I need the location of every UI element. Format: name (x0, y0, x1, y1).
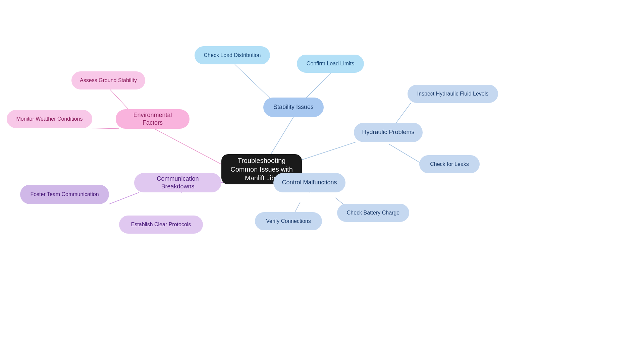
svg-line-6 (154, 129, 221, 164)
check-for-leaks-node: Check for Leaks (419, 155, 480, 173)
inspect-hydraulic-fluid-levels-node: Inspect Hydraulic Fluid Levels (408, 85, 498, 103)
svg-line-5 (389, 144, 423, 164)
communication-breakdowns-node: Communication Breakdowns (134, 173, 221, 192)
foster-team-communication-node: Foster Team Communication (20, 185, 109, 204)
establish-clear-protocols-node: Establish Clear Protocols (119, 216, 203, 234)
svg-line-8 (92, 128, 119, 129)
control-malfunctions-node: Control Malfunctions (273, 173, 345, 192)
confirm-load-limits-node: Confirm Load Limits (297, 55, 364, 73)
monitor-weather-conditions-node: Monitor Weather Conditions (7, 110, 92, 128)
environmental-factors-node: Environmental Factors (116, 109, 190, 129)
assess-ground-stability-node: Assess Ground Stability (71, 71, 145, 89)
check-battery-charge-node: Check Battery Charge (337, 204, 409, 222)
check-load-distribution-node: Check Load Distribution (195, 46, 270, 64)
hydraulic-problems-node: Hydraulic Problems (354, 123, 423, 142)
verify-connections-node: Verify Connections (255, 212, 322, 230)
stability-issues-node: Stability Issues (263, 98, 324, 117)
svg-line-10 (109, 192, 139, 204)
